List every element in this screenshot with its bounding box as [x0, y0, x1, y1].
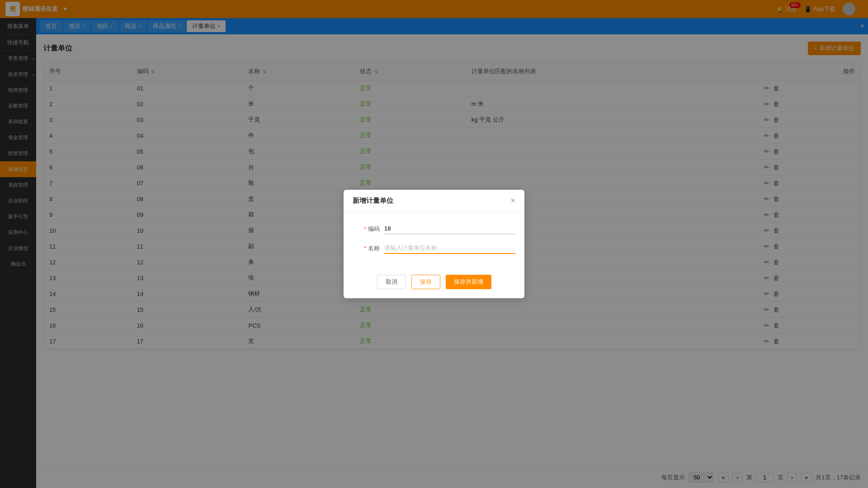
name-label: * 名称 — [353, 244, 380, 253]
required-star-code: * — [364, 225, 366, 232]
save-button[interactable]: 保存 — [411, 275, 440, 289]
code-label: * 编码 — [353, 225, 380, 233]
name-form-row: * 名称 — [353, 243, 515, 254]
required-star-name: * — [364, 245, 366, 252]
modal-close-btn[interactable]: × — [510, 196, 515, 206]
modal-header: 新增计量单位 × — [344, 190, 524, 212]
save-new-button[interactable]: 保存并新增 — [446, 275, 491, 289]
add-unit-modal: 新增计量单位 × * 编码 * 名称 取消 保存 保存并新增 — [344, 190, 524, 298]
modal-overlay: 新增计量单位 × * 编码 * 名称 取消 保存 保存并新增 — [0, 0, 868, 488]
modal-title: 新增计量单位 — [353, 197, 393, 205]
modal-footer: 取消 保存 保存并新增 — [344, 269, 524, 298]
cancel-button[interactable]: 取消 — [377, 275, 406, 289]
code-label-text: 编码 — [368, 225, 380, 232]
name-input[interactable] — [384, 243, 515, 254]
modal-body: * 编码 * 名称 — [344, 212, 524, 269]
code-input[interactable] — [384, 223, 515, 235]
code-form-row: * 编码 — [353, 223, 515, 235]
name-label-text: 名称 — [368, 245, 380, 252]
